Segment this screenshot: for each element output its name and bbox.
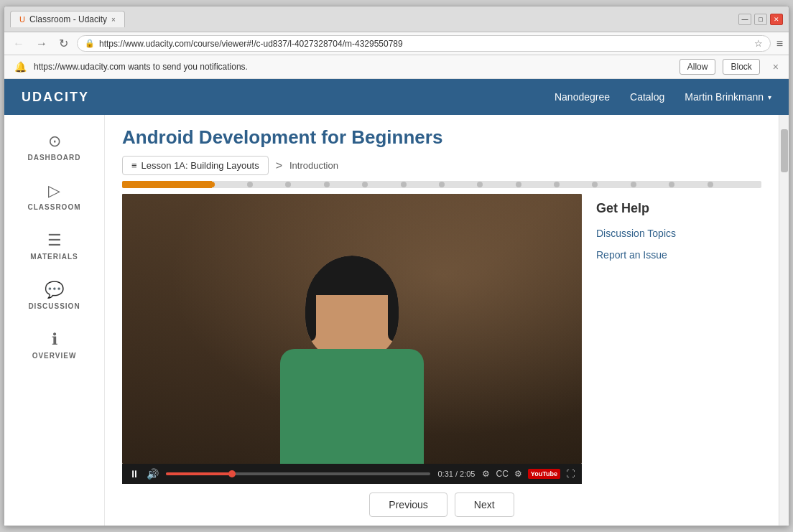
progress-dot (324, 182, 330, 187)
scroll-thumb[interactable] (781, 129, 788, 172)
notification-bar: 🔔 https://www.udacity.com wants to send … (4, 55, 789, 79)
notification-close-btn[interactable]: × (773, 61, 779, 73)
progress-dot (669, 182, 674, 187)
fullscreen-icon[interactable]: ⛶ (566, 469, 575, 479)
cc-icon[interactable]: CC (496, 469, 508, 479)
browser-tab[interactable]: U Classroom - Udacity × (10, 11, 125, 27)
person-hair-top (305, 256, 399, 295)
previous-button[interactable]: Previous (369, 493, 447, 517)
window-controls: — □ ✕ (738, 14, 783, 25)
sidebar-item-discussion[interactable]: 💬 DISCUSSION (4, 271, 104, 320)
tab-close-btn[interactable]: × (111, 16, 116, 24)
settings-icon[interactable]: ⚙ (482, 469, 490, 479)
user-name: Martin Brinkmann (685, 91, 764, 103)
volume-btn[interactable]: 🔊 (147, 468, 159, 480)
overview-icon: ℹ (52, 330, 57, 349)
video-progress-played (166, 472, 232, 475)
udacity-logo: UDACITY (22, 90, 89, 105)
video-frame (122, 194, 582, 464)
progress-dot (285, 182, 291, 187)
materials-icon: ☰ (47, 231, 62, 250)
progress-dot (554, 182, 560, 187)
pause-btn[interactable]: ⏸ (129, 468, 139, 480)
forward-btn[interactable]: → (33, 36, 50, 52)
dashboard-icon: ⊙ (48, 132, 61, 151)
course-area: Android Development for Beginners ≡ Less… (105, 115, 779, 526)
sidebar-label-classroom: CLASSROOM (28, 203, 81, 211)
lesson-breadcrumb-btn[interactable]: ≡ Lesson 1A: Building Layouts (122, 156, 269, 175)
progress-dot (362, 182, 368, 187)
progress-dot (708, 182, 713, 187)
sidebar-item-overview[interactable]: ℹ OVERVIEW (4, 320, 104, 370)
progress-track (122, 181, 761, 188)
next-button[interactable]: Next (455, 493, 514, 517)
close-btn[interactable]: ✕ (770, 14, 783, 25)
breadcrumb-current: Introduction (289, 160, 338, 171)
notification-text: https://www.udacity.com wants to send yo… (34, 62, 672, 72)
user-menu[interactable]: Martin Brinkmann ▾ (685, 91, 771, 103)
bottom-navigation: Previous Next (105, 484, 779, 526)
person-hair-left (305, 256, 316, 342)
progress-dot (247, 182, 253, 187)
progress-dot (592, 182, 598, 187)
nanodegree-link[interactable]: Nanodegree (555, 91, 610, 103)
progress-dot (439, 182, 445, 187)
discussion-topics-link[interactable]: Discussion Topics (596, 228, 725, 239)
breadcrumb-separator: > (276, 159, 282, 172)
video-progress-thumb (228, 470, 236, 477)
progress-dot (477, 182, 483, 187)
nav-links: Nanodegree Catalog Martin Brinkmann ▾ (555, 91, 771, 103)
sidebar-label-discussion: DISCUSSION (28, 302, 80, 310)
video-progress-bar[interactable] (166, 472, 430, 475)
notification-bell-icon: 🔔 (14, 61, 27, 73)
url-bar[interactable]: 🔒 https://www.udacity.com/course/viewer#… (77, 35, 771, 52)
video-time: 0:31 / 2:05 (437, 470, 475, 478)
video-player[interactable] (122, 194, 582, 464)
sidebar-item-dashboard[interactable]: ⊙ DASHBOARD (4, 122, 104, 172)
video-container: ⏸ 🔊 0:31 / 2:05 ⚙ CC (122, 194, 582, 484)
page-content: UDACITY Nanodegree Catalog Martin Brinkm… (4, 79, 789, 526)
title-bar: U Classroom - Udacity × — □ ✕ (4, 6, 789, 32)
sidebar-label-dashboard: DASHBOARD (28, 154, 81, 162)
discussion-icon: 💬 (45, 281, 64, 299)
sidebar-item-materials[interactable]: ☰ MATERIALS (4, 221, 104, 271)
quality-icon[interactable]: ⚙ (514, 469, 522, 479)
video-controls: ⏸ 🔊 0:31 / 2:05 ⚙ CC (122, 464, 582, 484)
lesson-list-icon: ≡ (131, 160, 137, 171)
main-content: ⊙ DASHBOARD ▷ CLASSROOM ☰ MATERIALS 💬 DI… (4, 115, 789, 526)
browser-menu-icon[interactable]: ≡ (776, 37, 783, 50)
scrollbar[interactable] (779, 115, 789, 526)
url-actions: ☆ (754, 38, 763, 49)
udacity-navbar: UDACITY Nanodegree Catalog Martin Brinkm… (4, 79, 789, 115)
catalog-link[interactable]: Catalog (630, 91, 664, 103)
address-bar: ← → ↻ 🔒 https://www.udacity.com/course/v… (4, 32, 789, 55)
course-title: Android Development for Beginners (105, 115, 779, 156)
progress-dot (516, 182, 521, 187)
person-head (305, 256, 399, 360)
sidebar: ⊙ DASHBOARD ▷ CLASSROOM ☰ MATERIALS 💬 DI… (4, 115, 105, 526)
star-icon[interactable]: ☆ (754, 38, 763, 49)
minimize-btn[interactable]: — (738, 14, 751, 25)
progress-dot (401, 182, 407, 187)
help-area: Get Help Discussion Topics Report an Iss… (596, 194, 725, 484)
allow-button[interactable]: Allow (680, 59, 716, 75)
progress-dot (631, 182, 636, 187)
video-ctrl-icons: ⚙ CC ⚙ YouTube ⛶ (482, 469, 575, 479)
url-text: https://www.udacity.com/course/viewer#!/… (99, 39, 750, 49)
maximize-btn[interactable]: □ (754, 14, 767, 25)
tab-favicon: U (19, 15, 25, 24)
video-help-area: ⏸ 🔊 0:31 / 2:05 ⚙ CC (105, 188, 779, 484)
person-body (280, 349, 424, 464)
person-figure (251, 256, 453, 464)
breadcrumb: ≡ Lesson 1A: Building Layouts > Introduc… (105, 156, 779, 181)
report-issue-link[interactable]: Report an Issue (596, 249, 725, 261)
sidebar-label-materials: MATERIALS (30, 253, 78, 261)
block-button[interactable]: Block (723, 59, 759, 75)
tab-title: Classroom - Udacity (29, 14, 107, 24)
progress-dot (209, 182, 215, 187)
progress-dot (170, 182, 176, 187)
refresh-btn[interactable]: ↻ (56, 35, 71, 52)
sidebar-item-classroom[interactable]: ▷ CLASSROOM (4, 172, 104, 221)
lock-icon: 🔒 (85, 39, 95, 48)
back-btn[interactable]: ← (10, 36, 27, 52)
